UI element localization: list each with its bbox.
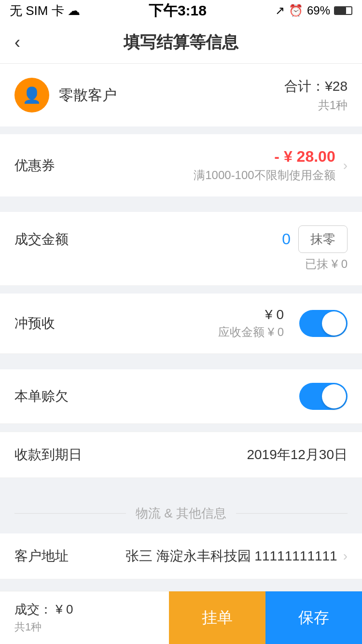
- coupon-label: 优惠券: [14, 156, 72, 175]
- bottom-count: 共1种: [14, 620, 154, 634]
- credit-label: 本单赊欠: [14, 387, 72, 406]
- prepayment-subtext: 应收金额 ¥ 0: [218, 324, 284, 340]
- coupon-section[interactable]: 优惠券 - ¥ 28.00 满1000-100不限制使用金额 ›: [0, 134, 362, 196]
- no-sim-text: 无 SIM 卡 ☁: [10, 2, 80, 19]
- round-zero-button[interactable]: 抹零: [298, 225, 348, 253]
- due-date-value: 2019年12月30日: [247, 446, 348, 464]
- status-left: 无 SIM 卡 ☁: [10, 2, 80, 19]
- divider-1: [0, 204, 362, 212]
- coupon-discount: - ¥ 28.00: [194, 148, 335, 166]
- prepayment-label: 冲预收: [14, 314, 72, 333]
- credit-section: 本单赊欠: [0, 369, 362, 424]
- page-title: 填写结算等信息: [124, 31, 238, 54]
- customer-left: 👤 零散客户: [14, 78, 117, 112]
- transaction-subtext: 已抹 ¥ 0: [305, 257, 348, 270]
- nav-bar: ‹ 填写结算等信息: [0, 21, 362, 64]
- credit-toggle[interactable]: [299, 383, 348, 410]
- address-label: 客户地址: [14, 547, 72, 565]
- due-date-section: 收款到期日 2019年12月30日: [0, 432, 362, 478]
- coupon-chevron-icon: ›: [343, 158, 348, 173]
- transaction-section: 成交金额 0 抹零 已抹 ¥ 0: [0, 212, 362, 286]
- sep-line-left: [14, 513, 126, 514]
- battery-text: 69%: [307, 4, 330, 17]
- divider-3: [0, 486, 362, 493]
- back-button[interactable]: ‹: [14, 32, 20, 53]
- prepayment-toggle[interactable]: [299, 310, 348, 337]
- status-time: 下午3:18: [149, 1, 207, 21]
- sep-line-right: [236, 513, 348, 514]
- content-area: 👤 零散客户 合计：¥28 共1种 优惠券 - ¥ 28.00 满1000-10…: [0, 64, 362, 644]
- coupon-description: 满1000-100不限制使用金额: [194, 168, 335, 183]
- coupon-right: - ¥ 28.00 满1000-100不限制使用金额: [194, 148, 335, 183]
- customer-total: 合计：¥28: [284, 77, 348, 96]
- location-icon: ↗: [275, 4, 285, 17]
- prepayment-right: ¥ 0 应收金额 ¥ 0: [218, 307, 348, 340]
- logistics-separator: 物流 & 其他信息: [0, 493, 362, 533]
- transaction-right: 0 抹零: [282, 225, 348, 253]
- address-section[interactable]: 客户地址 张三 海淀永丰科技园 11111111111 ›: [0, 533, 362, 579]
- prepayment-section: 冲预收 ¥ 0 应收金额 ¥ 0: [0, 294, 362, 354]
- alarm-icon: ⏰: [289, 4, 303, 17]
- bottom-bar: 成交： ¥ 0 共1种 挂单 保存: [0, 591, 362, 644]
- transaction-label: 成交金额: [14, 230, 72, 249]
- hold-button[interactable]: 挂单: [169, 591, 265, 644]
- prepayment-value: ¥ 0: [218, 307, 284, 322]
- battery-icon-visual: [334, 6, 352, 15]
- save-button[interactable]: 保存: [265, 591, 362, 644]
- customer-right: 合计：¥28 共1种: [284, 77, 348, 113]
- customer-section: 👤 零散客户 合计：¥28 共1种: [0, 64, 362, 126]
- summary-label: 成交：: [14, 602, 52, 616]
- customer-count: 共1种: [284, 98, 348, 113]
- status-right: ↗ ⏰ 69%: [275, 4, 352, 17]
- summary-value: ¥ 0: [56, 602, 73, 616]
- status-bar: 无 SIM 卡 ☁ 下午3:18 ↗ ⏰ 69%: [0, 0, 362, 21]
- address-value: 张三 海淀永丰科技园 11111111111: [82, 547, 337, 565]
- customer-name: 零散客户: [59, 85, 117, 105]
- transaction-value: 0: [282, 230, 291, 248]
- bottom-summary: 成交： ¥ 0 共1种: [0, 601, 169, 634]
- bottom-summary-top: 成交： ¥ 0: [14, 601, 154, 618]
- divider-2: [0, 362, 362, 369]
- toggle-knob-2: [322, 384, 346, 408]
- logistics-label: 物流 & 其他信息: [136, 505, 226, 522]
- address-chevron-icon: ›: [343, 548, 348, 564]
- toggle-knob: [322, 311, 346, 336]
- due-date-label: 收款到期日: [14, 446, 82, 464]
- person-icon: 👤: [22, 86, 42, 104]
- logistics-separator-line: 物流 & 其他信息: [14, 505, 348, 522]
- avatar: 👤: [14, 78, 49, 112]
